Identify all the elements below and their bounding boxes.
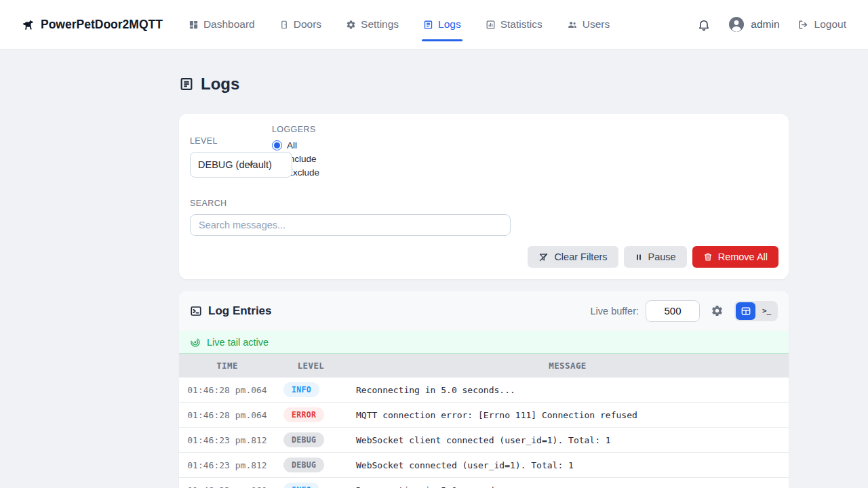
- level-label: LEVEL: [190, 136, 261, 146]
- nav-item-statistics[interactable]: Statistics: [486, 18, 542, 30]
- search-label: SEARCH: [190, 199, 778, 208]
- log-time: 01:46:23 pm.812: [179, 453, 275, 478]
- page-title: Logs: [179, 75, 789, 94]
- remove-all-button[interactable]: Remove All: [692, 246, 778, 268]
- dashboard-icon: [189, 20, 199, 30]
- view-mode-toggle: >_: [734, 301, 778, 321]
- log-message: MQTT connection error: [Errno 111] Conne…: [347, 403, 789, 428]
- nav-item-users[interactable]: Users: [567, 18, 610, 30]
- main-content: Logs LEVEL DEBUG (default) LOGGERS: [179, 75, 789, 488]
- log-entries-title: Log Entries: [190, 304, 272, 318]
- nav-item-settings[interactable]: Settings: [346, 18, 399, 30]
- gear-icon: [346, 20, 356, 30]
- clear-filters-button[interactable]: Clear Filters: [528, 246, 618, 268]
- dog-logo-icon: [22, 18, 35, 31]
- app-brand: PowerPetDoor2MQTT: [22, 18, 163, 32]
- log-table: TIME LEVEL MESSAGE 01:46:28 pm.064 INFO …: [179, 354, 789, 488]
- logout-button[interactable]: Logout: [797, 18, 846, 30]
- navbar-right: admin Logout: [697, 16, 846, 33]
- logs-icon: [423, 20, 433, 30]
- bell-icon: [697, 18, 711, 32]
- live-buffer-input[interactable]: [646, 300, 700, 322]
- user-menu[interactable]: admin: [728, 16, 779, 33]
- gear-icon: [711, 304, 724, 317]
- log-row[interactable]: 01:46:28 pm.064 ERROR MQTT connection er…: [179, 403, 789, 428]
- bar-chart-icon: [486, 20, 496, 30]
- nav-item-dashboard[interactable]: Dashboard: [189, 18, 255, 30]
- log-row[interactable]: 01:46:23 pm.060 INFO Reconnecting in 5.0…: [179, 478, 789, 488]
- app-title: PowerPetDoor2MQTT: [41, 18, 163, 32]
- table-view-icon: [741, 306, 751, 316]
- level-badge: ERROR: [283, 407, 324, 422]
- username: admin: [751, 18, 779, 30]
- level-badge: INFO: [283, 382, 319, 397]
- log-message: WebSocket connected (user_id=1). Total: …: [347, 453, 789, 478]
- user-avatar-icon: [728, 16, 745, 33]
- log-entries-header: Log Entries Live buffer:: [179, 291, 789, 331]
- logout-icon: [797, 19, 809, 30]
- level-badge: INFO: [283, 483, 319, 488]
- level-select[interactable]: DEBUG (default): [190, 152, 292, 178]
- log-entries-panel: Log Entries Live buffer:: [179, 291, 789, 488]
- filter-actions: Clear Filters Pause Remove All: [528, 246, 778, 268]
- filters-panel: LEVEL DEBUG (default) LOGGERS All: [179, 114, 789, 279]
- filter-slash-icon: [538, 252, 549, 262]
- live-tail-text: Live tail active: [207, 337, 269, 348]
- log-row[interactable]: 01:46:23 pm.812 DEBUG WebSocket client c…: [179, 428, 789, 453]
- table-view-button[interactable]: [736, 302, 755, 320]
- log-row[interactable]: 01:46:28 pm.064 INFO Reconnecting in 5.0…: [179, 378, 789, 403]
- terminal-view-button[interactable]: >_: [757, 302, 776, 320]
- log-table-header-row: TIME LEVEL MESSAGE: [179, 354, 789, 378]
- pause-icon: [635, 253, 643, 262]
- log-message: Reconnecting in 5.0 seconds...: [347, 378, 789, 403]
- column-header-time: TIME: [179, 354, 275, 378]
- logger-radio-all[interactable]: [272, 140, 282, 150]
- search-input[interactable]: [190, 214, 511, 236]
- nav-item-doors[interactable]: Doors: [279, 18, 321, 30]
- loggers-label: LOGGERS: [272, 125, 319, 134]
- level-badge: DEBUG: [283, 458, 324, 472]
- live-tail-banner: Live tail active: [179, 331, 789, 354]
- log-time: 01:46:28 pm.064: [179, 403, 275, 428]
- door-icon: [279, 20, 289, 30]
- nav-item-logs[interactable]: Logs: [423, 18, 461, 30]
- log-message: Reconnecting in 5.0 seconds...: [347, 478, 789, 488]
- notifications-bell-button[interactable]: [697, 18, 711, 32]
- pause-button[interactable]: Pause: [624, 246, 687, 268]
- log-settings-button[interactable]: [709, 303, 725, 319]
- level-badge: DEBUG: [283, 432, 324, 447]
- primary-nav: Dashboard Doors Settings Logs Statistics: [189, 18, 610, 30]
- log-row[interactable]: 01:46:23 pm.812 DEBUG WebSocket connecte…: [179, 453, 789, 478]
- log-time: 01:46:28 pm.064: [179, 378, 275, 403]
- logs-page-icon: [179, 77, 194, 92]
- terminal-view-icon: >_: [762, 306, 771, 315]
- terminal-icon: [190, 305, 202, 317]
- log-controls: Live buffer: >_: [591, 300, 778, 322]
- column-header-level: LEVEL: [275, 354, 347, 378]
- users-icon: [567, 20, 578, 30]
- broadcast-icon: [190, 337, 201, 348]
- top-navbar: PowerPetDoor2MQTT Dashboard Doors Settin…: [0, 0, 868, 49]
- log-message: WebSocket client connected (user_id=1). …: [347, 428, 789, 453]
- column-header-message: MESSAGE: [347, 354, 789, 378]
- live-buffer-label: Live buffer:: [591, 306, 639, 317]
- log-time: 01:46:23 pm.812: [179, 428, 275, 453]
- trash-icon: [703, 252, 713, 262]
- log-time: 01:46:23 pm.060: [179, 478, 275, 488]
- logger-option-all: All: [272, 140, 319, 150]
